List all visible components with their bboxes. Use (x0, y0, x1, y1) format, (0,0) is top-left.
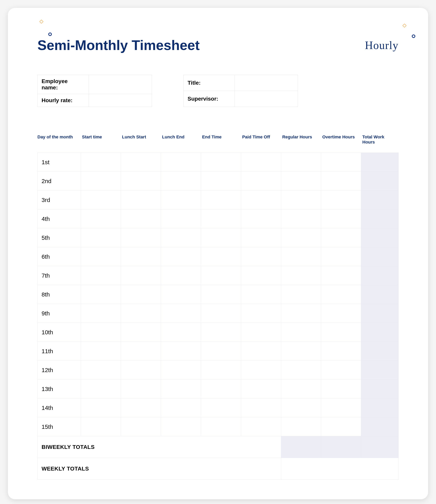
time-cell[interactable] (161, 304, 201, 323)
time-cell[interactable] (161, 342, 201, 361)
time-cell[interactable] (81, 398, 121, 417)
time-cell[interactable] (241, 398, 281, 417)
time-cell[interactable] (81, 247, 121, 266)
weekly-total[interactable] (281, 458, 398, 480)
time-cell[interactable] (321, 323, 361, 342)
time-cell[interactable] (81, 285, 121, 304)
time-cell[interactable] (121, 266, 161, 285)
time-cell[interactable] (201, 228, 241, 247)
time-cell[interactable] (201, 379, 241, 398)
time-cell[interactable] (81, 379, 121, 398)
time-cell[interactable] (241, 361, 281, 379)
total-work-hours-cell[interactable] (361, 323, 399, 342)
time-cell[interactable] (321, 361, 361, 379)
time-cell[interactable] (241, 228, 281, 247)
total-work-hours-cell[interactable] (361, 361, 399, 379)
time-cell[interactable] (81, 190, 121, 209)
time-cell[interactable] (81, 209, 121, 228)
time-cell[interactable] (281, 209, 321, 228)
time-cell[interactable] (281, 228, 321, 247)
time-cell[interactable] (201, 342, 241, 361)
time-cell[interactable] (241, 153, 281, 172)
time-cell[interactable] (241, 285, 281, 304)
time-cell[interactable] (201, 190, 241, 209)
time-cell[interactable] (201, 285, 241, 304)
time-cell[interactable] (121, 361, 161, 379)
time-cell[interactable] (161, 285, 201, 304)
total-work-hours-cell[interactable] (361, 266, 399, 285)
time-cell[interactable] (201, 172, 241, 190)
total-work-hours-cell[interactable] (361, 209, 399, 228)
time-cell[interactable] (241, 417, 281, 436)
time-cell[interactable] (121, 379, 161, 398)
time-cell[interactable] (241, 304, 281, 323)
time-cell[interactable] (81, 361, 121, 379)
time-cell[interactable] (121, 398, 161, 417)
time-cell[interactable] (241, 190, 281, 209)
time-cell[interactable] (281, 247, 321, 266)
time-cell[interactable] (321, 398, 361, 417)
time-cell[interactable] (321, 190, 361, 209)
time-cell[interactable] (161, 153, 201, 172)
time-cell[interactable] (241, 247, 281, 266)
title-field-value[interactable] (235, 75, 298, 91)
time-cell[interactable] (201, 304, 241, 323)
time-cell[interactable] (241, 172, 281, 190)
time-cell[interactable] (81, 172, 121, 190)
time-cell[interactable] (281, 417, 321, 436)
biweekly-overtime[interactable] (321, 436, 361, 458)
time-cell[interactable] (81, 323, 121, 342)
time-cell[interactable] (81, 342, 121, 361)
time-cell[interactable] (161, 417, 201, 436)
time-cell[interactable] (201, 398, 241, 417)
time-cell[interactable] (321, 172, 361, 190)
time-cell[interactable] (121, 342, 161, 361)
time-cell[interactable] (161, 172, 201, 190)
time-cell[interactable] (121, 304, 161, 323)
time-cell[interactable] (121, 323, 161, 342)
time-cell[interactable] (121, 153, 161, 172)
time-cell[interactable] (281, 266, 321, 285)
time-cell[interactable] (241, 323, 281, 342)
time-cell[interactable] (321, 342, 361, 361)
time-cell[interactable] (321, 379, 361, 398)
total-work-hours-cell[interactable] (361, 228, 399, 247)
time-cell[interactable] (121, 190, 161, 209)
time-cell[interactable] (281, 172, 321, 190)
time-cell[interactable] (161, 209, 201, 228)
time-cell[interactable] (281, 361, 321, 379)
time-cell[interactable] (321, 304, 361, 323)
time-cell[interactable] (121, 247, 161, 266)
time-cell[interactable] (281, 342, 321, 361)
time-cell[interactable] (241, 209, 281, 228)
time-cell[interactable] (161, 379, 201, 398)
time-cell[interactable] (201, 417, 241, 436)
time-cell[interactable] (121, 172, 161, 190)
time-cell[interactable] (281, 379, 321, 398)
time-cell[interactable] (201, 209, 241, 228)
time-cell[interactable] (81, 153, 121, 172)
time-cell[interactable] (121, 228, 161, 247)
time-cell[interactable] (281, 285, 321, 304)
biweekly-total[interactable] (361, 436, 399, 458)
time-cell[interactable] (321, 285, 361, 304)
total-work-hours-cell[interactable] (361, 417, 399, 436)
time-cell[interactable] (281, 323, 321, 342)
employee-name-value[interactable] (89, 75, 152, 94)
time-cell[interactable] (161, 266, 201, 285)
supervisor-value[interactable] (235, 91, 298, 107)
time-cell[interactable] (161, 228, 201, 247)
total-work-hours-cell[interactable] (361, 379, 399, 398)
time-cell[interactable] (321, 228, 361, 247)
time-cell[interactable] (81, 304, 121, 323)
hourly-rate-value[interactable] (89, 94, 152, 107)
time-cell[interactable] (241, 266, 281, 285)
total-work-hours-cell[interactable] (361, 398, 399, 417)
time-cell[interactable] (81, 417, 121, 436)
time-cell[interactable] (121, 285, 161, 304)
time-cell[interactable] (281, 398, 321, 417)
time-cell[interactable] (161, 398, 201, 417)
time-cell[interactable] (321, 417, 361, 436)
total-work-hours-cell[interactable] (361, 342, 399, 361)
time-cell[interactable] (121, 209, 161, 228)
